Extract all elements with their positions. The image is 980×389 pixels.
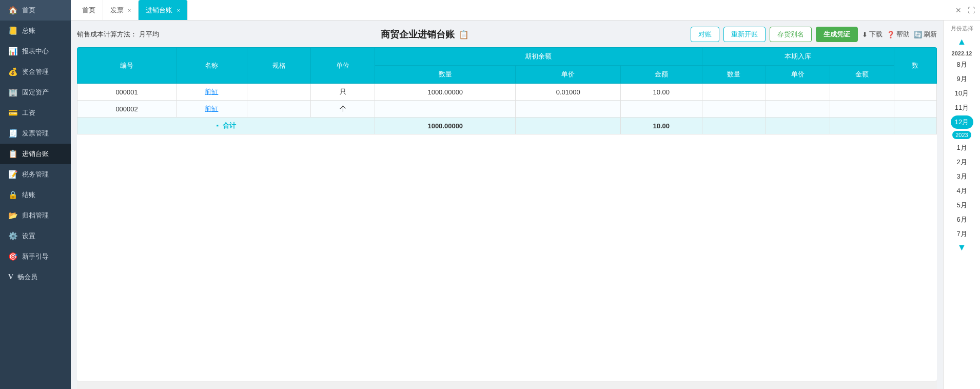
sidebar-item-assets-label: 固定资产 [22,88,49,97]
month-item-7[interactable]: 7月 [951,227,973,241]
month-panel: 月份选择 ▲ 2022.12 8月 9月 10月 11月 12月 2023 1月… [943,21,980,389]
salary-icon: 💳 [8,108,18,118]
month-item-4[interactable]: 4月 [951,184,973,198]
cell-name-link[interactable]: 前缸 [205,88,218,95]
window-close-button[interactable]: ✕ [954,5,963,15]
month-item-10[interactable]: 10月 [951,87,973,100]
total-in-amount [830,118,894,134]
sidebar-item-funds[interactable]: 💰 资金管理 [0,62,71,82]
page-content: 销售成本计算方法： 月平均 商贸企业进销台账 📋 对账 重新开账 存货别名 生成… [71,21,943,389]
col-header-opening: 期初余额 [375,48,702,66]
refresh-icon: 🔄 [914,31,922,38]
sidebar-item-ledger[interactable]: 📒 总账 [0,21,71,41]
sidebar-item-invoice-label: 发票管理 [22,129,49,138]
download-icon: ⬇ [862,31,868,38]
sidebar-item-archive[interactable]: 📂 归档管理 [0,205,71,226]
sidebar-item-vip-label: 畅会员 [17,273,37,282]
col-sub-opening-amount: 金额 [621,66,702,84]
scrollbar-area[interactable] [77,381,937,389]
cell-unit: 个 [311,101,375,118]
reopen-button[interactable]: 重新开账 [723,27,766,42]
cost-method-label: 销售成本计算方法： [77,30,137,39]
settings-icon: ⚙️ [8,231,18,241]
sidebar-item-salary-label: 工资 [22,108,35,118]
total-opening-price [516,118,621,134]
month-panel-up[interactable]: ▲ [956,35,968,48]
total-opening-qty: 1000.00000 [375,118,516,134]
sidebar-item-settings[interactable]: ⚙️ 设置 [0,226,71,246]
total-row: ▪ 合计 1000.00000 10.00 [77,118,937,134]
cell-name-link[interactable]: 前缸 [205,105,218,112]
month-item-6[interactable]: 6月 [951,213,973,226]
month-item-8[interactable]: 8月 [951,58,973,71]
window-maximize-button[interactable]: ⛶ [967,5,976,15]
invoice-icon: 🧾 [8,129,18,138]
cell-in-amount [830,84,894,101]
sidebar-item-reports[interactable]: 📊 报表中心 [0,41,71,62]
home-icon: 🏠 [8,6,18,15]
action-buttons: 对账 重新开账 存货别名 生成凭证 ⬇ 下载 ❓ 帮助 🔄 刷新 [691,27,937,42]
cell-extra [894,101,936,118]
sidebar-item-home[interactable]: 🏠 首页 [0,0,71,21]
window-controls: ✕ ⛶ [954,5,976,15]
col-header-spec: 规格 [247,48,311,84]
month-item-5[interactable]: 5月 [951,199,973,212]
cell-in-price [766,84,830,101]
help-icon: ❓ [887,31,895,38]
total-icon: ▪ [216,122,219,129]
tab-stock-ledger[interactable]: 进销台账 × [139,0,187,20]
col-sub-opening-price: 单价 [516,66,621,84]
month-panel-down[interactable]: ▼ [956,241,968,254]
cell-unit: 只 [311,84,375,101]
cell-opening-qty: 1000.00000 [375,84,516,101]
month-item-3[interactable]: 3月 [951,170,973,183]
generate-voucher-button[interactable]: 生成凭证 [816,27,858,42]
cell-opening-amount [621,101,702,118]
month-item-2[interactable]: 2月 [951,155,973,169]
month-item-11[interactable]: 11月 [951,101,973,114]
sidebar-item-stock-ledger[interactable]: 📋 进销台账 [0,144,71,164]
sidebar-item-salary[interactable]: 💳 工资 [0,103,71,123]
col-sub-opening-qty: 数量 [375,66,516,84]
col-header-extra: 数 [894,48,936,84]
cell-spec [247,101,311,118]
cell-opening-qty [375,101,516,118]
tab-home-label: 首页 [82,6,95,15]
main-area: 首页 发票 × 进销台账 × ✕ ⛶ 销售成本计算方法： 月平均 商贸企业进销台… [71,0,980,389]
cost-method-value: 月平均 [139,30,159,39]
page-title-icon[interactable]: 📋 [459,30,469,40]
tab-home[interactable]: 首页 [75,0,103,20]
cell-name: 前缸 [177,101,247,118]
cell-name: 前缸 [177,84,247,101]
sidebar-item-closing-label: 结账 [22,190,35,200]
sidebar-item-invoice-mgmt[interactable]: 🧾 发票管理 [0,123,71,144]
cell-opening-price: 0.01000 [516,84,621,101]
tab-invoice-label: 发票 [110,6,124,15]
tab-invoice[interactable]: 发票 × [103,0,139,20]
col-header-unit: 单位 [311,48,375,84]
tab-invoice-close[interactable]: × [128,7,131,13]
col-header-inbound: 本期入库 [702,48,894,66]
reconcile-button[interactable]: 对账 [691,27,719,42]
sidebar-item-tax-label: 税务管理 [22,170,49,179]
month-item-12[interactable]: 12月 [951,115,973,129]
sidebar-item-vip[interactable]: V 畅会员 [0,267,71,287]
tab-stock-ledger-close[interactable]: × [177,7,180,13]
month-item-1[interactable]: 1月 [951,141,973,154]
month-panel-title: 月份选择 [951,25,973,32]
sidebar-item-settings-label: 设置 [22,231,35,241]
page-title-area: 商贸企业进销台账 📋 [164,28,685,41]
sidebar-item-guide[interactable]: 🎯 新手引导 [0,246,71,267]
refresh-button[interactable]: 🔄 刷新 [914,30,937,39]
total-extra [894,118,936,134]
col-header-name: 名称 [177,48,247,84]
stock-table-wrap[interactable]: 编号 名称 规格 单位 期初余额 本期入库 数 数量 单价 金额 数 [77,47,937,381]
download-button[interactable]: ⬇ 下载 [862,30,883,39]
sidebar-item-closing[interactable]: 🔒 结账 [0,185,71,205]
save-alias-button[interactable]: 存货别名 [770,27,812,42]
col-sub-in-price: 单价 [766,66,830,84]
month-item-9[interactable]: 9月 [951,72,973,86]
sidebar-item-tax[interactable]: 📝 税务管理 [0,164,71,185]
help-button[interactable]: ❓ 帮助 [887,30,910,39]
sidebar-item-assets[interactable]: 🏢 固定资产 [0,82,71,103]
